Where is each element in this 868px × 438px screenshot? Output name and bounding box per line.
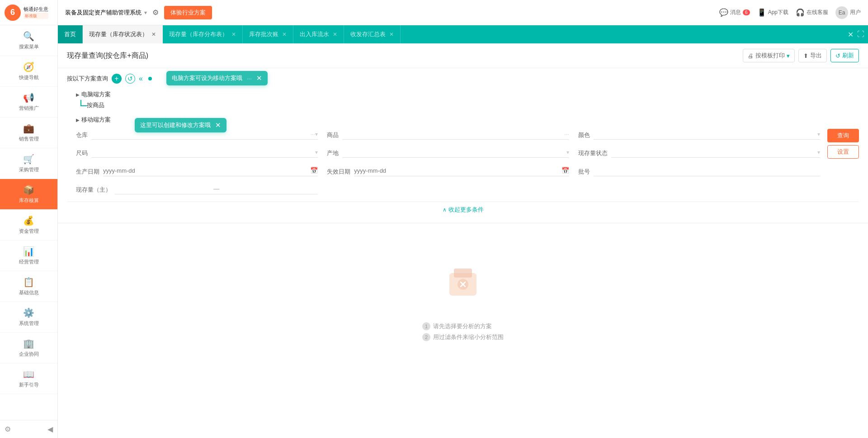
warehouse-label: 仓库 [76, 131, 88, 139]
sidebar-item-sales[interactable]: 💼 销售管理 [0, 118, 57, 148]
page-header: 现存量查询(按仓库+商品) 🖨 按模板打印 ▾ ⬆ 导出 ↺ 刷新 [58, 43, 868, 68]
sidebar-item-enterprise[interactable]: 🏢 企业协同 [0, 333, 57, 363]
warehouse-dropdown-icon[interactable]: ▾ [315, 131, 318, 137]
dot [148, 77, 152, 80]
product-input[interactable] [342, 131, 564, 137]
step-num-1: 1 [422, 322, 430, 330]
batch-no-control [594, 167, 820, 176]
inventory-status-dropdown-icon[interactable]: ▾ [817, 149, 820, 155]
scheme-tooltip-close[interactable]: ✕ [256, 74, 262, 82]
product-more-icon[interactable]: ··· [564, 131, 569, 137]
expiry-date-start[interactable] [354, 167, 561, 174]
sidebar-item-marketing[interactable]: 📢 营销推广 [0, 87, 57, 118]
sidebar-item-guide[interactable]: 📖 新手引导 [0, 363, 57, 394]
stock-qty-min[interactable] [115, 185, 212, 192]
message-button[interactable]: 💬 消息 6 [719, 8, 750, 17]
field-row-inventory-status: 现存量状态 ▾ [578, 147, 820, 160]
batch-no-input[interactable] [594, 167, 820, 174]
tab-collect-label: 收发存汇总表 [350, 30, 386, 38]
sidebar-item-operation[interactable]: 📊 经营管理 [0, 240, 57, 271]
sidebar-item-finance[interactable]: 💰 资金管理 [0, 210, 57, 240]
color-input[interactable] [594, 131, 817, 137]
reset-button[interactable]: 设置 [827, 145, 859, 159]
print-button[interactable]: 🖨 按模板打印 ▾ [743, 49, 795, 62]
settings-gear-icon[interactable]: ⚙ [152, 8, 159, 17]
production-date-start[interactable] [103, 167, 310, 174]
sidebar-item-purchase[interactable]: 🛒 采购管理 [0, 148, 57, 179]
origin-input[interactable] [342, 149, 566, 155]
sidebar-item-quick[interactable]: 🧭 快捷导航 [0, 56, 57, 87]
scheme-edit-tooltip-close[interactable]: ✕ [215, 121, 221, 129]
tab-close-icon[interactable]: ✕ [282, 31, 287, 38]
field-row-origin: 产地 ▾ [327, 147, 569, 160]
tab-batch[interactable]: 库存批次账 ✕ [243, 25, 293, 43]
inventory-icon: 📦 [23, 184, 34, 195]
origin-control: ▾ [342, 149, 569, 158]
tab-close-icon[interactable]: ✕ [389, 31, 394, 38]
system-selector[interactable]: 装备及固定资产辅助管理系统 ▾ [65, 9, 147, 17]
sidebar-item-label: 企业协同 [19, 351, 39, 358]
refresh-icon: ↺ [835, 52, 840, 59]
sidebar-collapse-button[interactable]: ◀ [47, 425, 53, 433]
experience-button[interactable]: 体验行业方案 [164, 6, 212, 19]
production-date-calendar-icon[interactable]: 📅 [310, 167, 318, 174]
refresh-button[interactable]: ↺ 刷新 [830, 49, 859, 62]
origin-dropdown-icon[interactable]: ▾ [566, 149, 569, 155]
header-left: 装备及固定资产辅助管理系统 ▾ ⚙ 体验行业方案 [65, 6, 212, 19]
connector-line [80, 100, 87, 106]
scheme-item-product[interactable]: 按商品 [87, 100, 859, 111]
filter-arrow-button[interactable]: « [139, 75, 143, 83]
sidebar-item-label: 库存核算 [19, 197, 39, 204]
sidebar-item-system[interactable]: ⚙️ 系统管理 [0, 302, 57, 333]
collapse-bar[interactable]: ∧ 收起更多条件 [67, 202, 859, 217]
message-label: 消息 [730, 9, 741, 16]
tab-inventory-status[interactable]: 现存量（库存状况表） ✕ [83, 25, 163, 43]
search-button[interactable]: 查询 [827, 129, 859, 142]
empty-steps: 1 请先选择要分析的方案 2 用过滤条件来缩小分析范围 [422, 322, 504, 344]
tab-home[interactable]: 首页 [58, 25, 83, 43]
marketing-icon: 📢 [23, 92, 34, 103]
user-menu[interactable]: Ea 用户 [835, 6, 861, 19]
color-label: 颜色 [578, 131, 590, 139]
filter-add-button[interactable]: + [112, 74, 122, 84]
stock-qty-control: — [115, 185, 318, 194]
expiry-date-label: 失效日期 [327, 168, 350, 176]
scheme-more-dots[interactable]: ··· [247, 75, 252, 82]
app-download-icon: 📱 [757, 8, 766, 17]
scheme-edit-tooltip-text: 这里可以创建和修改方案哦 [140, 121, 211, 129]
app-download-button[interactable]: 📱 App下载 [757, 8, 788, 17]
scheme-tree-pc[interactable]: ▶ 电脑端方案 [76, 89, 859, 100]
tab-close-icon[interactable]: ✕ [151, 31, 156, 38]
tab-close-all-icon[interactable]: ✕ [848, 30, 854, 39]
sidebar-item-basic[interactable]: 📋 基础信息 [0, 271, 57, 302]
inventory-status-label: 现存量状态 [578, 149, 608, 157]
sidebar-settings-button[interactable]: ⚙ [5, 425, 11, 433]
expiry-date-calendar-icon[interactable]: 📅 [561, 167, 569, 174]
sidebar-footer: ⚙ ◀ [0, 420, 57, 438]
svg-rect-1 [454, 268, 472, 278]
sidebar-item-search[interactable]: 🔍 搜索菜单 [0, 25, 57, 56]
export-icon: ⬆ [803, 52, 808, 59]
tab-close-icon[interactable]: ✕ [333, 31, 337, 38]
stock-qty-max[interactable] [221, 185, 318, 192]
tab-inout[interactable]: 出入库流水 ✕ [293, 25, 344, 43]
tab-fullscreen-icon[interactable]: ⛶ [857, 30, 864, 38]
tab-close-icon[interactable]: ✕ [231, 31, 236, 38]
header: 装备及固定资产辅助管理系统 ▾ ⚙ 体验行业方案 💬 消息 6 📱 App下载 … [58, 0, 868, 25]
warehouse-more-icon[interactable]: ··· [310, 131, 315, 137]
sidebar: 6 畅通好生意 标准版 🔍 搜索菜单 🧭 快捷导航 📢 营销推广 💼 销售管理 … [0, 0, 58, 438]
size-dropdown-icon[interactable]: ▾ [315, 149, 318, 155]
filter-refresh-button[interactable]: ↺ [125, 74, 135, 84]
sidebar-item-inventory[interactable]: 📦 库存核算 [0, 179, 57, 210]
export-button[interactable]: ⬆ 导出 [798, 49, 827, 62]
tab-collect[interactable]: 收发存汇总表 ✕ [344, 25, 401, 43]
tab-inventory-dist[interactable]: 现存量（库存分布表） ✕ [163, 25, 243, 43]
size-input[interactable] [91, 149, 315, 155]
online-service-button[interactable]: 🎧 在线客服 [796, 8, 828, 17]
color-dropdown-icon[interactable]: ▾ [817, 131, 820, 137]
main-content: 现存量查询(按仓库+商品) 🖨 按模板打印 ▾ ⬆ 导出 ↺ 刷新 [58, 43, 868, 438]
filter-label: 按以下方案查询 [67, 75, 108, 83]
service-icon: 🎧 [796, 8, 805, 17]
inventory-status-input[interactable] [611, 149, 817, 155]
pc-expand-arrow: ▶ [76, 92, 80, 97]
